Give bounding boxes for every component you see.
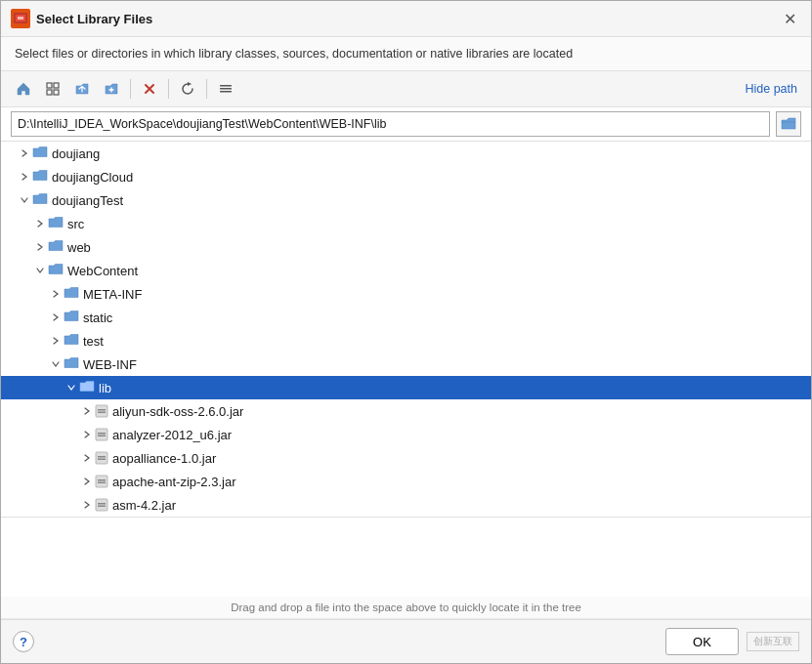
expand-button[interactable] (48, 286, 64, 302)
open-folder-button[interactable] (776, 111, 801, 137)
svg-rect-10 (96, 405, 107, 417)
app-icon (11, 9, 30, 28)
jar-icon (95, 428, 108, 441)
tree-item[interactable]: aliyun-sdk-oss-2.6.0.jar (1, 399, 811, 423)
expand-button[interactable] (32, 216, 48, 231)
tree-item[interactable]: test (1, 329, 811, 353)
svg-rect-8 (220, 88, 232, 90)
svg-rect-18 (98, 459, 106, 461)
expand-button[interactable] (48, 310, 64, 325)
title-bar-left: Select Library Files (11, 9, 152, 28)
tree-item[interactable]: asm-4.2.jar (1, 493, 811, 517)
tree-item-label: lib (99, 381, 111, 395)
path-input[interactable] (11, 111, 770, 137)
svg-rect-20 (98, 479, 106, 481)
list-view-button[interactable] (213, 76, 238, 102)
tree-item-label: aopalliance-1.0.jar (112, 451, 216, 466)
svg-rect-12 (98, 412, 106, 414)
expand-button[interactable] (48, 356, 64, 372)
tree-item[interactable]: WebContent (1, 259, 811, 282)
tree-item[interactable]: src (1, 212, 811, 235)
bottom-bar: ? OK 创新互联 (1, 619, 811, 663)
svg-rect-17 (98, 456, 106, 458)
svg-rect-23 (98, 503, 106, 505)
tree-item-label: test (83, 334, 104, 349)
refresh-button[interactable] (175, 76, 200, 102)
file-tree[interactable]: doujiangdoujiangClouddoujiangTestsrcwebW… (1, 142, 811, 518)
tree-item[interactable]: apache-ant-zip-2.3.jar (1, 470, 811, 493)
svg-rect-21 (98, 482, 106, 484)
svg-rect-7 (220, 85, 232, 87)
svg-rect-15 (98, 436, 106, 437)
close-button[interactable]: ✕ (778, 7, 801, 30)
toolbar-separator-3 (206, 79, 207, 99)
folder-icon (64, 333, 79, 349)
svg-rect-4 (54, 83, 59, 88)
folder-up-button[interactable] (69, 76, 95, 102)
tree-item[interactable]: META-INF (1, 282, 811, 306)
expand-button[interactable] (17, 169, 32, 185)
tree-item-label: analyzer-2012_u6.jar (112, 428, 232, 442)
ok-button[interactable]: OK (665, 628, 739, 655)
expand-button[interactable] (17, 192, 32, 208)
folder-icon (32, 192, 48, 208)
home-button[interactable] (11, 76, 36, 102)
tree-item[interactable]: doujiangCloud (1, 165, 811, 188)
jar-icon (95, 451, 108, 465)
tree-item-label: WEB-INF (83, 357, 137, 372)
svg-rect-24 (98, 506, 106, 508)
jar-icon (95, 475, 108, 488)
expand-button[interactable] (79, 497, 95, 513)
folder-icon (32, 169, 48, 185)
tree-item[interactable]: web (1, 235, 811, 259)
description-text: Select files or directories in which lib… (1, 37, 811, 71)
svg-rect-5 (47, 90, 52, 95)
drag-hint: Drag and drop a file into the space abov… (1, 597, 811, 619)
tree-item[interactable]: WEB-INF (1, 353, 811, 376)
toolbar-separator-2 (168, 79, 169, 99)
tree-item-label: doujiangCloud (52, 170, 133, 185)
expand-button[interactable] (48, 333, 64, 349)
select-library-files-dialog: Select Library Files ✕ Select files or d… (0, 0, 812, 664)
svg-rect-22 (96, 499, 107, 511)
jar-icon (95, 498, 108, 512)
tree-wrapper: doujiangdoujiangClouddoujiangTestsrcwebW… (1, 142, 811, 597)
toolbar: Hide path (1, 71, 811, 107)
bottom-right-buttons: OK 创新互联 (665, 628, 799, 655)
title-bar: Select Library Files ✕ (1, 1, 811, 37)
toolbar-separator-1 (130, 79, 131, 99)
expand-button[interactable] (64, 380, 79, 395)
path-bar (1, 107, 811, 142)
tree-item[interactable]: lib (1, 376, 811, 399)
view-toggle-button[interactable] (40, 76, 65, 102)
tree-item-label: doujiang (52, 146, 100, 161)
help-button[interactable]: ? (13, 631, 34, 652)
expand-button[interactable] (17, 145, 32, 161)
folder-icon (32, 145, 48, 161)
tree-item-label: aliyun-sdk-oss-2.6.0.jar (112, 404, 243, 419)
expand-button[interactable] (79, 450, 95, 466)
expand-button[interactable] (79, 403, 95, 419)
tree-item-label: web (67, 240, 91, 255)
tree-item[interactable]: static (1, 306, 811, 329)
svg-rect-13 (96, 429, 107, 440)
tree-item-label: apache-ant-zip-2.3.jar (112, 475, 235, 489)
new-folder-button[interactable] (99, 76, 124, 102)
tree-item-label: WebContent (67, 264, 138, 278)
tree-item[interactable]: aopalliance-1.0.jar (1, 446, 811, 470)
tree-item[interactable]: analyzer-2012_u6.jar (1, 423, 811, 446)
folder-icon (79, 380, 95, 395)
expand-button[interactable] (79, 474, 95, 489)
hide-path-button[interactable]: Hide path (741, 80, 801, 98)
dialog-title: Select Library Files (36, 12, 152, 26)
svg-rect-9 (220, 91, 232, 93)
folder-icon (48, 239, 64, 255)
tree-item[interactable]: doujiang (1, 142, 811, 165)
tree-item[interactable]: doujiangTest (1, 188, 811, 212)
delete-button[interactable] (137, 76, 162, 102)
expand-button[interactable] (32, 263, 48, 278)
expand-button[interactable] (32, 239, 48, 255)
folder-icon (48, 263, 64, 278)
expand-button[interactable] (79, 427, 95, 442)
folder-icon (64, 310, 79, 325)
